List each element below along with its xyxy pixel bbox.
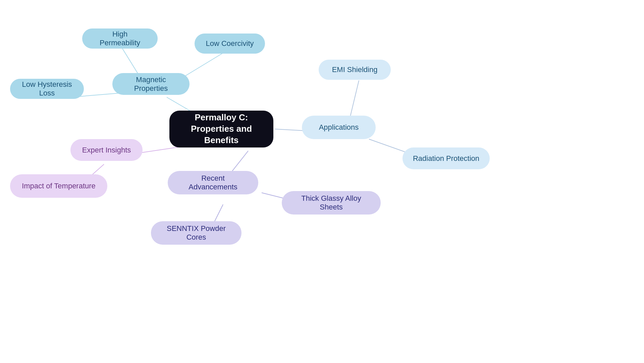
applications-label: Applications [319, 123, 359, 132]
impact-of-temperature-node: Impact of Temperature [10, 174, 107, 198]
magnetic-properties-node: Magnetic Properties [112, 73, 190, 95]
low-coercivity-label: Low Coercivity [206, 39, 254, 48]
recent-advancements-label: Recent Advancements [177, 174, 249, 191]
expert-insights-node: Expert Insights [70, 139, 143, 161]
high-permeability-node: High Permeability [82, 28, 158, 49]
low-coercivity-node: Low Coercivity [195, 34, 265, 54]
senntix-powder-cores-label: SENNTIX Powder Cores [160, 224, 232, 242]
thick-glassy-alloy-sheets-label: Thick Glassy Alloy Sheets [291, 194, 371, 211]
magnetic-properties-label: Magnetic Properties [122, 75, 180, 93]
center-label: Permalloy C: Properties and Benefits [179, 112, 264, 146]
applications-node: Applications [302, 116, 376, 139]
radiation-protection-label: Radiation Protection [413, 154, 479, 163]
low-hysteresis-loss-label: Low Hysteresis Loss [19, 80, 74, 98]
impact-of-temperature-label: Impact of Temperature [22, 182, 96, 190]
low-hysteresis-loss-node: Low Hysteresis Loss [10, 79, 84, 99]
emi-shielding-label: EMI Shielding [332, 65, 378, 74]
radiation-protection-node: Radiation Protection [402, 147, 490, 169]
recent-advancements-node: Recent Advancements [168, 171, 258, 194]
expert-insights-label: Expert Insights [82, 146, 131, 155]
thick-glassy-alloy-sheets-node: Thick Glassy Alloy Sheets [282, 191, 381, 215]
high-permeability-label: High Permeability [92, 30, 148, 47]
emi-shielding-node: EMI Shielding [319, 60, 391, 80]
center-node: Permalloy C: Properties and Benefits [169, 111, 273, 147]
senntix-powder-cores-node: SENNTIX Powder Cores [151, 221, 241, 245]
